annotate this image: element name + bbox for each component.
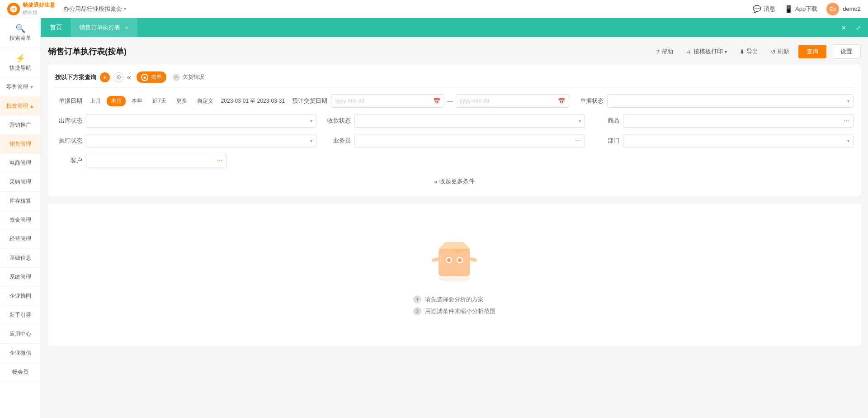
message-action[interactable]: 💬 消息 xyxy=(753,5,775,13)
app-download-action[interactable]: 📱 App下载 xyxy=(784,5,817,13)
empty-icon xyxy=(427,231,481,286)
sidebar-item-ecommerce[interactable]: 电商管理 xyxy=(0,154,40,173)
exec-status-select[interactable]: ▾ xyxy=(86,134,316,147)
doc-status-chevron-icon: ▾ xyxy=(847,99,849,104)
plan-item-icon2: ○ xyxy=(173,74,180,81)
export-button[interactable]: ⬇ 导出 xyxy=(736,46,762,57)
tab-maximize-btn[interactable]: ⤢ xyxy=(853,22,863,33)
salesperson-field: 业务员 ··· xyxy=(324,134,585,147)
message-label: 消息 xyxy=(764,5,775,13)
sidebar-item-wholesale-mgmt[interactable]: 批发管理 ▲ xyxy=(0,97,40,116)
print-chevron-icon: ▾ xyxy=(725,49,727,54)
tab-close-icon[interactable]: × xyxy=(123,24,130,31)
calendar-start-icon[interactable]: 📅 xyxy=(433,98,440,104)
out-status-chevron-icon: ▾ xyxy=(310,119,312,124)
sidebar-item-enterprise-wechat[interactable]: 企业微信 xyxy=(0,344,40,363)
sidebar-item-quick-nav[interactable]: ⚡ 快捷导航 xyxy=(0,48,40,78)
sidebar-item-marketing[interactable]: 营销推广 xyxy=(0,116,40,135)
avatar: Ea xyxy=(826,3,839,15)
expected-delivery-field: 预计交货日期 yyyy-mm-dd 📅 — yyyy-mm-dd 📅 xyxy=(292,94,569,108)
sidebar-item-enterprise[interactable]: 企业协同 xyxy=(0,287,40,306)
date-start-input[interactable]: yyyy-mm-dd 📅 xyxy=(331,94,444,108)
sidebar-item-inventory[interactable]: 库存核算 xyxy=(0,192,40,211)
logo-sub-text: 标准版 xyxy=(23,9,55,16)
date-btn-more[interactable]: 更多 xyxy=(172,96,191,106)
date-btn-this-month[interactable]: 本月 xyxy=(107,96,126,106)
collapse-icon: « xyxy=(127,73,131,81)
user-profile[interactable]: Ea demo2 xyxy=(826,3,861,15)
date-btn-last-month[interactable]: 上月 xyxy=(86,96,105,106)
plan-item-owed-goods[interactable]: ○ 欠货情况 xyxy=(168,71,209,83)
filter-row-4: 客户 ··· xyxy=(55,154,854,167)
print-icon: 🖨 xyxy=(686,48,692,55)
collect-status-select[interactable]: ▾ xyxy=(354,114,585,128)
sidebar-item-finance[interactable]: 资金管理 xyxy=(0,211,40,230)
goods-field: 商品 ··· xyxy=(592,114,854,128)
date-quick-buttons: 上月 本月 本年 近7天 更多 xyxy=(86,96,217,106)
collapse-subnav-button[interactable]: « xyxy=(127,73,131,81)
exec-status-field: 执行状态 ▾ xyxy=(55,134,316,147)
refresh-button[interactable]: ↺ 刷新 xyxy=(767,46,793,57)
date-end-placeholder: yyyy-mm-dd xyxy=(460,98,489,104)
setting-button[interactable]: 设置 xyxy=(832,44,861,59)
date-end-input[interactable]: yyyy-mm-dd 📅 xyxy=(456,94,569,108)
out-status-select[interactable]: ▾ xyxy=(86,114,316,128)
sidebar-item-search-menu[interactable]: 🔍 搜索菜单 xyxy=(0,18,40,48)
tab-sales-execution[interactable]: 销售订单执行表 × xyxy=(71,18,137,37)
collapse-more-label: 收起更多条件 xyxy=(439,177,475,185)
expected-delivery-label: 预计交货日期 xyxy=(292,97,327,105)
customer-field: 客户 ··· xyxy=(55,154,227,167)
date-range: yyyy-mm-dd 📅 — yyyy-mm-dd 📅 xyxy=(331,94,569,108)
dept-field: 部门 ▾ xyxy=(592,134,854,147)
page-actions: ? 帮助 🖨 按模板打印 ▾ ⬇ 导出 ↺ 刷新 xyxy=(653,44,861,59)
sidebar-item-newuser[interactable]: 新手引导 xyxy=(0,306,40,325)
add-icon: + xyxy=(103,74,107,81)
retail-arrow-icon: ▼ xyxy=(29,85,34,90)
tab-home-label: 首页 xyxy=(50,24,62,32)
sidebar-item-appcenter[interactable]: 应用中心 xyxy=(0,325,40,344)
sidebar-item-sales[interactable]: 销售管理 xyxy=(0,135,40,154)
sidebar-item-retail-mgmt[interactable]: 零售管理 ▼ xyxy=(0,78,40,97)
add-plan-button[interactable]: + xyxy=(100,72,110,82)
app-download-icon: 📱 xyxy=(784,5,793,13)
date-btn-this-year[interactable]: 本年 xyxy=(127,96,146,106)
sidebar-item-operation[interactable]: 经营管理 xyxy=(0,230,40,249)
dept-select[interactable]: ▾ xyxy=(623,134,854,147)
print-button[interactable]: 🖨 按模板打印 ▾ xyxy=(682,46,731,57)
sidebar-item-basic-info[interactable]: 基础信息 xyxy=(0,249,40,268)
svg-rect-1 xyxy=(439,249,470,276)
doc-status-select[interactable]: ▾ xyxy=(607,94,854,108)
tab-home[interactable]: 首页 xyxy=(41,18,71,37)
workspace-selector[interactable]: 办公用品行业模拟账套 ▾ xyxy=(60,3,130,15)
message-icon: 💬 xyxy=(753,5,761,13)
logo-icon xyxy=(7,3,20,15)
plan-items: ● 按单 ○ 欠货情况 xyxy=(137,71,209,83)
sidebar-item-member[interactable]: 畅会员 xyxy=(0,363,40,382)
tab-close-btn[interactable]: ✕ xyxy=(838,22,849,33)
plan-item-press-order[interactable]: ● 按单 xyxy=(137,71,166,83)
tab-bar: 首页 销售订单执行表 × ✕ ⤢ xyxy=(41,18,868,37)
svg-point-5 xyxy=(458,258,462,262)
settings-icon: ⊙ xyxy=(116,74,121,81)
search-button[interactable]: 查询 xyxy=(798,45,826,58)
step-num-1: 1 xyxy=(413,295,421,304)
filter-row-1: 单据日期 上月 本月 本年 近7天 xyxy=(55,94,854,108)
content-area: 首页 销售订单执行表 × ✕ ⤢ 销售订单执行表(按单) xyxy=(41,18,868,418)
collapse-more-button[interactable]: « 收起更多条件 xyxy=(434,177,474,185)
date-btn-7days[interactable]: 近7天 xyxy=(148,96,170,106)
page-title-bar: 销售订单执行表(按单) ? 帮助 🖨 按模板打印 ▾ ⬇ 导出 xyxy=(48,44,861,59)
doc-date-value: 2023-03-01 至 2023-03-31 xyxy=(221,97,285,105)
help-button[interactable]: ? 帮助 xyxy=(653,46,677,57)
sidebar-item-system[interactable]: 系统管理 xyxy=(0,268,40,287)
settings-plan-button[interactable]: ⊙ xyxy=(113,72,123,82)
salesperson-select[interactable]: ··· xyxy=(354,134,585,147)
out-status-field: 出库状态 ▾ xyxy=(55,114,316,128)
sidebar-item-purchase[interactable]: 采购管理 xyxy=(0,173,40,192)
doc-status-field: 单据状态 ▾ xyxy=(576,94,854,108)
dept-label: 部门 xyxy=(592,137,619,145)
goods-select[interactable]: ··· xyxy=(623,114,854,128)
customer-select[interactable]: ··· xyxy=(86,154,227,167)
calendar-end-icon[interactable]: 📅 xyxy=(558,98,565,104)
step-num-2: 2 xyxy=(413,307,421,315)
date-btn-custom[interactable]: 自定义 xyxy=(193,96,217,106)
